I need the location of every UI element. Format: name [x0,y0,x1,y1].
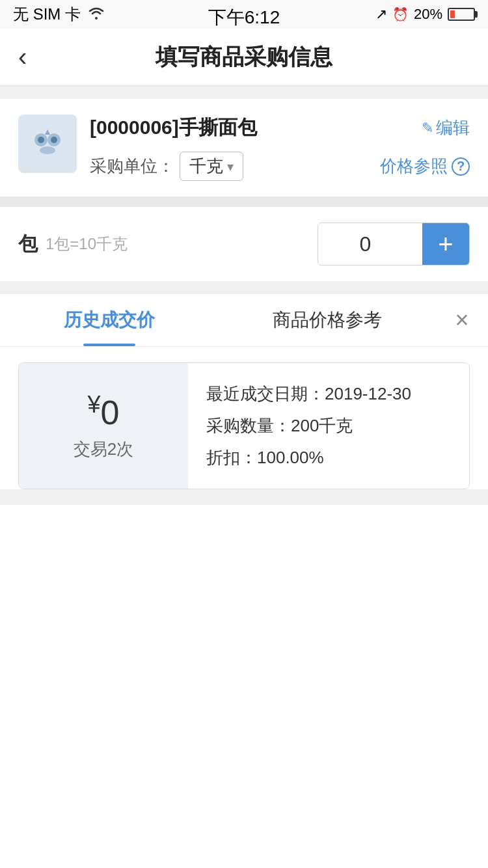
history-discount-label: 折扣： [206,448,257,467]
page-title: 填写商品采购信息 [156,42,332,72]
tab-close-button[interactable]: × [436,294,488,346]
quantity-controls: + [318,223,470,265]
alarm-icon: ⏰ [392,7,409,22]
status-bar: 无 SIM 卡 下午6:12 ↗ ⏰ 20% [0,0,488,29]
price-ref-label: 价格参照 [380,155,448,178]
main-content [0,505,488,868]
quantity-hint: 1包=10千克 [46,234,128,254]
quantity-input[interactable] [318,223,422,265]
price-ref-button[interactable]: 价格参照 ? [380,155,470,178]
product-card: [0000006]手撕面包 ✎ 编辑 采购单位： 千克 ▾ 价格参照 ? [0,99,488,197]
help-circle-icon: ? [452,157,470,176]
tab-history-price-label: 历史成交价 [64,308,155,332]
history-price-value: ¥0 [88,391,120,432]
battery-pct: 20% [414,6,442,23]
location-icon: ↗ [375,6,387,23]
tab-section: 历史成交价 商品价格参考 × ¥0 交易2次 最近成交日期：2019-12-30… [0,294,488,489]
battery-icon [448,8,475,21]
history-date-value: 2019-12-30 [325,384,411,403]
history-date-row: 最近成交日期：2019-12-30 [206,383,451,405]
wifi-icon [87,5,105,23]
tab-bar: 历史成交价 商品价格参考 × [0,294,488,347]
history-date-label: 最近成交日期： [206,384,325,403]
price-number: 0 [101,394,120,432]
history-discount-row: 折扣：100.00% [206,446,451,469]
nav-bar: ‹ 填写商品采购信息 [0,29,488,86]
status-right: ↗ ⏰ 20% [375,6,475,23]
close-icon: × [455,306,468,334]
quantity-left: 包 1包=10千克 [18,231,128,258]
history-detail-area: 最近成交日期：2019-12-30 采购数量：200千克 折扣：100.00% [188,363,469,489]
product-name-row: [0000006]手撕面包 ✎ 编辑 [90,115,470,141]
history-qty-label: 采购数量： [206,416,291,435]
unit-select[interactable]: 千克 ▾ [180,152,243,181]
svg-point-4 [40,146,55,154]
history-discount-value: 100.00% [257,448,324,467]
section-divider [0,197,488,207]
unit-selector-area: 采购单位： 千克 ▾ [90,152,243,181]
tab-history-price[interactable]: 历史成交价 [0,294,218,346]
edit-button[interactable]: ✎ 编辑 [422,116,470,139]
unit-value: 千克 [189,155,223,178]
unit-dropdown-arrow-icon: ▾ [227,159,234,174]
edit-icon: ✎ [422,120,433,137]
product-header: [0000006]手撕面包 ✎ 编辑 采购单位： 千克 ▾ 价格参照 ? [18,115,470,181]
edit-label: 编辑 [436,116,470,139]
history-card: ¥0 交易2次 最近成交日期：2019-12-30 采购数量：200千克 折扣：… [18,362,470,489]
history-price-area: ¥0 交易2次 [19,363,188,489]
product-logo-icon [28,122,67,167]
quantity-unit-label: 包 [18,231,38,258]
product-image [18,115,77,173]
svg-point-3 [51,137,57,143]
product-info: [0000006]手撕面包 ✎ 编辑 采购单位： 千克 ▾ 价格参照 ? [90,115,470,181]
back-button[interactable]: ‹ [18,42,27,72]
carrier-label: 无 SIM 卡 [13,4,81,25]
tab-product-price-ref-label: 商品价格参考 [273,308,382,332]
tab-product-price-ref[interactable]: 商品价格参考 [218,294,436,346]
svg-marker-5 [45,129,50,135]
history-qty-value: 200千克 [291,416,353,435]
quantity-plus-button[interactable]: + [422,223,469,265]
currency-symbol: ¥ [88,391,101,418]
history-qty-row: 采购数量：200千克 [206,414,451,437]
quantity-row: 包 1包=10千克 + [0,207,488,281]
svg-point-2 [38,137,44,143]
unit-label: 采购单位： [90,155,174,178]
product-unit-row: 采购单位： 千克 ▾ 价格参照 ? [90,152,470,181]
status-time: 下午6:12 [208,5,280,30]
status-left: 无 SIM 卡 [13,4,105,25]
product-name: [0000006]手撕面包 [90,115,257,141]
history-trade-count: 交易2次 [74,438,133,461]
